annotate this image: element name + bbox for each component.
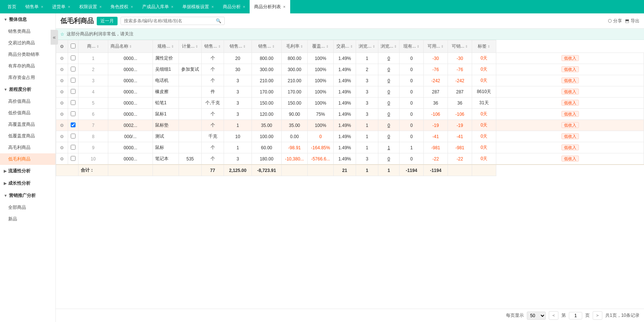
sidebar-item-traded-products[interactable]: 交易过的商品 xyxy=(0,37,55,49)
row-checkbox-cell[interactable] xyxy=(68,109,79,120)
total-records-label: 共1页，10条记录 xyxy=(605,312,640,319)
row-checkbox[interactable] xyxy=(71,55,76,60)
row-checkbox-cell[interactable] xyxy=(68,86,79,98)
row-settings-icon[interactable]: ⚙ xyxy=(56,120,68,131)
close-icon[interactable]: × xyxy=(243,4,245,9)
nav-product-analysis-list[interactable]: 商品分析列表 × xyxy=(250,0,290,13)
sidebar: ▼ 整体信息 销售类商品 交易过的商品 商品分类助销率 有库存的商品 库存资金占… xyxy=(0,13,56,322)
row-checkbox-cell[interactable] xyxy=(68,75,79,86)
next-page-button[interactable]: ＞ xyxy=(593,311,602,320)
nav-permissions[interactable]: 权限设置 × xyxy=(75,0,106,13)
select-all-checkbox[interactable] xyxy=(71,44,76,48)
row-checkbox[interactable] xyxy=(71,156,76,161)
chevron-right-icon: ▶ xyxy=(4,169,7,173)
sidebar-item-in-stock[interactable]: 有库存的商品 xyxy=(0,60,55,72)
footer-label xyxy=(56,165,79,176)
row-checkbox[interactable] xyxy=(71,111,76,116)
row-checkbox[interactable] xyxy=(71,134,76,138)
nav-purchase[interactable]: 进货单 × xyxy=(48,0,74,13)
row-settings-icon[interactable]: ⚙ xyxy=(56,153,68,165)
row-spec xyxy=(179,75,202,86)
export-button[interactable]: ⬒ 导出 xyxy=(625,18,640,24)
row-settings-icon[interactable]: ⚙ xyxy=(56,75,68,86)
row-checkbox-cell[interactable] xyxy=(68,131,79,142)
nav-product-analysis[interactable]: 商品分析 × xyxy=(218,0,250,13)
sidebar-item-all-products[interactable]: 全部商品 xyxy=(0,202,55,213)
row-checkbox[interactable] xyxy=(71,89,76,94)
sidebar-item-high-margin[interactable]: 高毛利商品 xyxy=(0,142,55,153)
row-checkbox-cell[interactable] xyxy=(68,98,79,109)
sidebar-group-overall[interactable]: ▼ 整体信息 xyxy=(0,13,55,26)
col-header-check[interactable] xyxy=(68,40,79,53)
sidebar-item-capital-use[interactable]: 库存资金占用 xyxy=(0,72,55,83)
sidebar-item-sales-products[interactable]: 销售类商品 xyxy=(0,26,55,37)
row-saleable: 0天 xyxy=(472,153,496,165)
sidebar-group-marketing[interactable]: ▼ 营销推广分析 xyxy=(0,189,55,202)
row-settings-icon[interactable]: ⚙ xyxy=(56,131,68,142)
col-header-name: 商品名称⇕ xyxy=(108,40,153,53)
close-icon[interactable]: × xyxy=(99,4,102,9)
sidebar-item-low-value[interactable]: 低价值商品 xyxy=(0,107,55,119)
nav-template-settings[interactable]: 单据模板设置 × xyxy=(178,0,218,13)
sidebar-collapse-button[interactable]: « xyxy=(51,30,58,45)
sidebar-item-new-products[interactable]: 新品 xyxy=(0,213,55,225)
sidebar-item-high-coverage[interactable]: 高覆盖度商品 xyxy=(0,119,55,130)
sidebar-item-category-rate[interactable]: 商品分类助销率 xyxy=(0,49,55,60)
close-icon[interactable]: × xyxy=(68,4,70,9)
row-settings-icon[interactable]: ⚙ xyxy=(56,64,68,75)
row-number: 3 xyxy=(79,75,108,86)
sidebar-item-low-coverage[interactable]: 低覆盖度商品 xyxy=(0,130,55,142)
row-settings-icon[interactable]: ⚙ xyxy=(56,98,68,109)
row-settings-icon[interactable]: ⚙ xyxy=(56,109,68,120)
nav-role-auth[interactable]: 角色授权 × xyxy=(106,0,137,13)
row-checkbox[interactable] xyxy=(71,100,76,105)
share-button[interactable]: ⬡ 分享 xyxy=(608,18,622,24)
row-sale-price: 120.00 xyxy=(252,109,282,120)
sidebar-item-high-value[interactable]: 高价值商品 xyxy=(0,96,55,107)
search-input[interactable] xyxy=(124,18,216,23)
sidebar-item-low-margin[interactable]: 低毛利商品 xyxy=(0,153,55,165)
col-header-code: 商...⇕ xyxy=(79,40,108,53)
col-header-sale-count: 销售...⇕ xyxy=(202,40,224,53)
row-sale-profit: -98.91 xyxy=(282,142,308,153)
close-icon[interactable]: × xyxy=(41,4,43,9)
sidebar-group-growth[interactable]: ▶ 成长性分析 xyxy=(0,177,55,189)
row-checkbox-cell[interactable] xyxy=(68,64,79,75)
row-trade: 3 xyxy=(356,98,378,109)
nav-sales[interactable]: 销售单 × xyxy=(21,0,48,13)
filter-button[interactable]: 近一月 xyxy=(97,17,118,25)
row-margin-rate: -164.85% xyxy=(308,142,334,153)
prev-page-button[interactable]: ＜ xyxy=(549,311,558,320)
row-code: 0002... xyxy=(108,120,153,131)
close-icon[interactable]: × xyxy=(211,4,214,9)
row-cover: 1.49% xyxy=(334,131,356,142)
row-tag: 低收入 xyxy=(496,142,644,153)
row-settings-icon[interactable]: ⚙ xyxy=(56,142,68,153)
row-checkbox[interactable] xyxy=(71,122,76,127)
row-name: 橡皮擦 xyxy=(153,86,179,98)
nav-product-inbound[interactable]: 产成品入库单 × xyxy=(138,0,178,13)
row-settings-icon[interactable]: ⚙ xyxy=(56,86,68,98)
sidebar-group-quality[interactable]: ▼ 差程度分析 xyxy=(0,83,55,96)
close-icon[interactable]: × xyxy=(171,4,173,9)
footer-empty-spec xyxy=(153,165,179,176)
row-checkbox-cell[interactable] xyxy=(68,53,79,64)
sidebar-group-circulation[interactable]: ▶ 流通性分析 xyxy=(0,165,55,177)
row-avail: -22 xyxy=(448,153,472,165)
row-checkbox[interactable] xyxy=(71,78,76,83)
page-size-select[interactable]: 50 20 100 xyxy=(527,312,546,320)
close-icon[interactable]: × xyxy=(131,4,133,9)
row-avail: 287 xyxy=(448,86,472,98)
row-unit: 个 xyxy=(202,53,224,64)
close-icon[interactable]: × xyxy=(283,4,285,9)
row-settings-icon[interactable]: ⚙ xyxy=(56,53,68,64)
row-checkbox-cell[interactable] xyxy=(68,153,79,165)
row-checkbox-cell[interactable] xyxy=(68,120,79,131)
page-number-input[interactable] xyxy=(569,312,582,319)
nav-home[interactable]: 首页 xyxy=(3,0,21,13)
col-header-browse1: 浏览...⇕ xyxy=(356,40,378,53)
row-checkbox[interactable] xyxy=(71,145,76,150)
row-checkbox[interactable] xyxy=(71,67,76,71)
row-checkbox-cell[interactable] xyxy=(68,142,79,153)
row-code: 0000... xyxy=(108,86,153,98)
